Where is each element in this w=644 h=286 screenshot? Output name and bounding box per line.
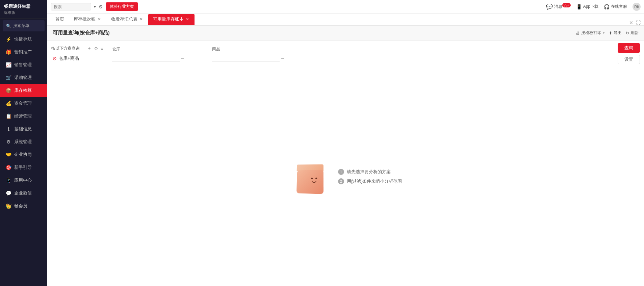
sidebar-item-sales[interactable]: 📈 销售管理 bbox=[0, 58, 47, 71]
tab-bar: 首页 库存批次账 ✕ 收发存汇总表 ✕ 可用量库存账本 ✕ ✕ ⛶ bbox=[47, 14, 644, 26]
sidebar: 畅康通好生意 标准版 🔍 搜索菜单 ⚡ 快捷导航 🎁 营销推广 📈 销售管理 🛒… bbox=[0, 0, 47, 286]
sidebar-search[interactable]: 🔍 搜索菜单 bbox=[3, 20, 45, 31]
main-content: ▾ ⚙ 体验行业方案 💬 消息 99+ 📱 App下载 🎧 在线客服 Rit bbox=[47, 0, 644, 286]
sidebar-item-app-center[interactable]: 📱 应用中心 bbox=[0, 174, 47, 187]
tab-batch[interactable]: 库存批次账 ✕ bbox=[69, 14, 106, 25]
query-action-buttons: 查询 设置 bbox=[618, 43, 640, 64]
notification-item[interactable]: 💬 消息 99+ bbox=[546, 3, 571, 10]
collapse-button[interactable]: « bbox=[100, 45, 104, 52]
sidebar-item-wechat[interactable]: 💬 企业微信 bbox=[0, 187, 47, 200]
trial-button[interactable]: 体验行业方案 bbox=[106, 2, 138, 11]
notification-badge: 99+ bbox=[562, 3, 571, 7]
print-button[interactable]: 🖨 按模板打印 ▾ bbox=[576, 30, 605, 36]
page-header: 可用量查询(按仓库+商品) 🖨 按模板打印 ▾ ⬆ 导出 ↻ 刷新 bbox=[47, 26, 644, 41]
notification-label: 消息 bbox=[554, 4, 562, 9]
goods-input[interactable] bbox=[212, 53, 280, 61]
sidebar-item-quick-nav[interactable]: ⚡ 快捷导航 bbox=[0, 33, 47, 46]
manage-scheme-button[interactable]: ⊙ bbox=[94, 45, 99, 52]
print-icon: 🖨 bbox=[576, 31, 580, 35]
header-search-input[interactable] bbox=[51, 3, 91, 10]
sidebar-item-enterprise[interactable]: 🤝 企业协同 bbox=[0, 148, 47, 161]
tab-available-close[interactable]: ✕ bbox=[185, 17, 190, 22]
goods-more-btn[interactable]: ... bbox=[281, 55, 284, 59]
sidebar-item-finance[interactable]: 💰 资金管理 bbox=[0, 97, 47, 110]
query-scheme-header: 按以下方案查询 ＋ ⊙ « bbox=[47, 43, 108, 53]
member-icon: 👑 bbox=[5, 203, 11, 209]
sidebar-item-onboarding[interactable]: 🎯 新手引导 bbox=[0, 161, 47, 174]
sidebar-item-label: 企业协同 bbox=[14, 152, 32, 158]
warehouse-more-btn[interactable]: ... bbox=[181, 55, 184, 59]
hint-text-1: 请先选择要分析的方案 bbox=[347, 169, 391, 175]
top-header: ▾ ⚙ 体验行业方案 💬 消息 99+ 📱 App下载 🎧 在线客服 Rit bbox=[47, 0, 644, 14]
hint-number-1: 1 bbox=[338, 169, 344, 175]
search-icon: 🔍 bbox=[6, 24, 11, 28]
tab-available-label: 可用量库存账本 bbox=[153, 16, 184, 22]
tab-batch-close[interactable]: ✕ bbox=[97, 17, 102, 22]
page-actions: 🖨 按模板打印 ▾ ⬆ 导出 ↻ 刷新 bbox=[576, 30, 639, 36]
sidebar-item-member[interactable]: 👑 畅会员 bbox=[0, 200, 47, 212]
sidebar-item-system[interactable]: ⚙ 系统管理 bbox=[0, 135, 47, 148]
sidebar-item-marketing[interactable]: 🎁 营销推广 bbox=[0, 46, 47, 58]
online-service-label: 在线客服 bbox=[611, 4, 627, 9]
empty-state: 1 请先选择要分析的方案 2 用[过滤]条件来缩小分析范围 bbox=[47, 67, 644, 286]
query-scheme-panel: 按以下方案查询 ＋ ⊙ « ⊙ 仓库+商品 bbox=[47, 41, 108, 67]
notification-icon: 💬 bbox=[546, 3, 553, 10]
box-mouth bbox=[312, 180, 316, 182]
online-service-item[interactable]: 🎧 在线客服 bbox=[604, 4, 627, 9]
tab-summary[interactable]: 收发存汇总表 ✕ bbox=[106, 14, 148, 25]
sidebar-item-label: 资金管理 bbox=[14, 100, 32, 106]
export-button[interactable]: ⬆ 导出 bbox=[609, 30, 622, 36]
app-download-item[interactable]: 📱 App下载 bbox=[576, 4, 598, 9]
tab-available[interactable]: 可用量库存账本 ✕ bbox=[148, 14, 195, 25]
sidebar-item-label: 销售管理 bbox=[14, 62, 32, 68]
settings-config-button[interactable]: 设置 bbox=[618, 55, 640, 64]
inventory-icon: 📦 bbox=[5, 87, 11, 94]
hint-text-2: 用[过滤]条件来缩小分析范围 bbox=[347, 178, 402, 184]
quick-nav-icon: ⚡ bbox=[5, 36, 11, 42]
sidebar-search-label: 搜索菜单 bbox=[13, 23, 29, 29]
query-scheme-label: 按以下方案查询 bbox=[51, 46, 80, 51]
export-icon: ⬆ bbox=[609, 31, 612, 35]
sidebar-item-label: 经营管理 bbox=[14, 113, 32, 119]
dropdown-button[interactable]: ▾ bbox=[94, 4, 96, 9]
tab-maximize-button[interactable]: ⛶ bbox=[636, 20, 641, 25]
empty-hints: 1 请先选择要分析的方案 2 用[过滤]条件来缩小分析范围 bbox=[338, 169, 402, 184]
tab-close-window-button[interactable]: ✕ bbox=[629, 20, 633, 25]
sidebar-item-label: 系统管理 bbox=[14, 139, 32, 145]
wechat-icon: 💬 bbox=[5, 190, 11, 196]
app-subtitle: 标准版 bbox=[4, 10, 43, 15]
add-scheme-button[interactable]: ＋ bbox=[86, 45, 92, 52]
app-download-label: App下载 bbox=[583, 4, 598, 9]
tab-bar-actions: ✕ ⛶ bbox=[629, 20, 641, 25]
box-body bbox=[297, 170, 324, 194]
onboarding-icon: 🎯 bbox=[5, 164, 11, 171]
scheme-label: 仓库+商品 bbox=[59, 55, 79, 61]
scheme-warehouse-goods[interactable]: ⊙ 仓库+商品 bbox=[47, 53, 108, 63]
finance-icon: 💰 bbox=[5, 100, 11, 106]
sidebar-nav: ⚡ 快捷导航 🎁 营销推广 📈 销售管理 🛒 采购管理 📦 库存核算 💰 资金管… bbox=[0, 33, 47, 286]
sidebar-item-label: 新手引导 bbox=[14, 164, 32, 171]
user-name: Rit bbox=[634, 5, 639, 9]
hint-number-2: 2 bbox=[338, 178, 344, 184]
tab-summary-close[interactable]: ✕ bbox=[139, 17, 144, 22]
sidebar-item-inventory[interactable]: 📦 库存核算 bbox=[0, 84, 47, 97]
phone-icon: 📱 bbox=[576, 4, 582, 9]
tab-home[interactable]: 首页 bbox=[51, 14, 69, 25]
refresh-icon: ↻ bbox=[626, 31, 629, 35]
empty-illustration bbox=[289, 156, 330, 197]
sidebar-item-basic[interactable]: ℹ 基础信息 bbox=[0, 123, 47, 135]
empty-hint-1: 1 请先选择要分析的方案 bbox=[338, 169, 402, 175]
refresh-button[interactable]: ↻ 刷新 bbox=[626, 30, 639, 36]
query-button[interactable]: 查询 bbox=[618, 43, 640, 53]
warehouse-field: 仓库 ... bbox=[112, 46, 207, 61]
goods-input-row: ... bbox=[212, 53, 307, 61]
warehouse-input[interactable] bbox=[112, 53, 180, 61]
sidebar-item-operations[interactable]: 📋 经营管理 bbox=[0, 110, 47, 123]
user-profile[interactable]: Rit bbox=[633, 3, 641, 11]
sidebar-item-purchase[interactable]: 🛒 采购管理 bbox=[0, 71, 47, 84]
box-eyes bbox=[311, 177, 317, 179]
tab-summary-label: 收发存汇总表 bbox=[111, 16, 137, 22]
right-eye bbox=[315, 177, 317, 179]
purchase-icon: 🛒 bbox=[5, 75, 11, 81]
settings-button[interactable]: ⚙ bbox=[99, 4, 103, 9]
